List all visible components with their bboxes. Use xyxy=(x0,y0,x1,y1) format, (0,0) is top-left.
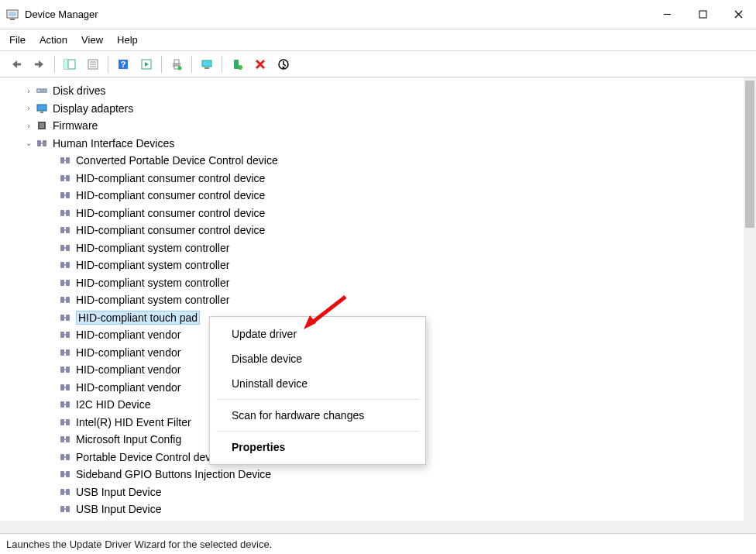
svg-rect-85 xyxy=(66,419,70,425)
print-button[interactable] xyxy=(167,55,187,74)
tree-device[interactable]: USB Input Device xyxy=(0,483,744,501)
svg-rect-81 xyxy=(60,401,64,408)
scan-hardware-button[interactable] xyxy=(197,55,217,74)
content-area: ›Disk drives›Display adapters›Firmware⌄H… xyxy=(0,77,756,534)
device-manager-icon xyxy=(6,9,19,21)
svg-rect-82 xyxy=(66,401,70,408)
tree-category[interactable]: ›Firmware xyxy=(0,117,744,135)
menu-action[interactable]: Action xyxy=(40,34,67,46)
tree-device[interactable]: HID-compliant system controller xyxy=(0,256,744,274)
device-icon xyxy=(59,486,71,498)
svg-rect-70 xyxy=(66,332,70,338)
svg-rect-90 xyxy=(60,454,64,460)
device-icon xyxy=(59,242,71,254)
device-label: HID-compliant system controller xyxy=(76,294,229,306)
status-bar: Launches the Update Driver Wizard for th… xyxy=(0,534,756,554)
action-button[interactable] xyxy=(136,55,156,74)
tree-category[interactable]: ›Disk drives xyxy=(0,82,744,100)
device-icon xyxy=(59,259,71,271)
tree-device[interactable]: HID-compliant consumer control device xyxy=(0,170,744,188)
toolbar: ? xyxy=(0,51,756,77)
svg-rect-48 xyxy=(60,210,64,216)
chevron-right-icon[interactable]: › xyxy=(23,85,34,96)
device-icon xyxy=(59,433,71,446)
menu-properties[interactable]: Properties xyxy=(210,435,425,459)
tree-device[interactable]: HID-compliant system controller xyxy=(0,291,744,309)
menu-help[interactable]: Help xyxy=(117,34,138,46)
close-button[interactable] xyxy=(720,1,756,29)
svg-rect-73 xyxy=(66,349,70,356)
category-label: Display adapters xyxy=(53,102,133,115)
device-icon xyxy=(59,189,71,201)
tree-category[interactable]: ›Display adapters xyxy=(0,100,744,118)
device-icon xyxy=(59,294,71,306)
device-label: Sideband GPIO Buttons Injection Device xyxy=(76,468,271,480)
device-icon xyxy=(59,207,71,219)
tree-device[interactable]: Converted Portable Device Control device xyxy=(0,152,744,170)
device-icon xyxy=(59,224,71,236)
svg-rect-2 xyxy=(10,19,15,20)
menu-separator xyxy=(216,431,419,432)
help-button[interactable]: ? xyxy=(113,55,133,74)
svg-rect-91 xyxy=(66,454,70,460)
menu-file[interactable]: File xyxy=(9,34,26,46)
titlebar: Device Manager xyxy=(0,0,756,29)
menu-view[interactable]: View xyxy=(81,34,103,46)
menu-scan-hardware[interactable]: Scan for hardware changes xyxy=(210,403,425,428)
tree-device[interactable]: HID-compliant consumer control device xyxy=(0,187,744,205)
svg-rect-64 xyxy=(66,297,70,303)
svg-rect-20 xyxy=(174,60,179,64)
svg-rect-67 xyxy=(66,315,70,321)
chevron-down-icon[interactable]: ⌄ xyxy=(23,138,34,149)
forward-button[interactable] xyxy=(29,55,50,74)
device-icon xyxy=(59,416,71,428)
tree-device[interactable]: HID-compliant system controller xyxy=(0,239,744,257)
uninstall-button[interactable] xyxy=(250,55,270,74)
tree-device[interactable]: USB Input Device xyxy=(0,501,744,518)
tree-category[interactable]: ⌄Human Interface Devices xyxy=(0,135,744,153)
tree-device[interactable]: HID-compliant consumer control device xyxy=(0,205,744,222)
tree-device[interactable]: HID-compliant consumer control device xyxy=(0,222,744,239)
vertical-scrollbar[interactable] xyxy=(744,77,756,533)
device-label: HID-compliant system controller xyxy=(76,259,229,271)
update-driver-button[interactable] xyxy=(227,55,247,74)
svg-rect-1 xyxy=(9,12,16,16)
back-button[interactable] xyxy=(6,55,26,74)
disable-button[interactable] xyxy=(273,55,294,74)
svg-point-31 xyxy=(38,90,40,91)
device-label: USB Input Device xyxy=(76,503,162,515)
horizontal-scrollbar[interactable] xyxy=(0,521,744,533)
chevron-right-icon[interactable]: › xyxy=(23,120,34,131)
device-icon xyxy=(59,172,71,184)
maximize-button[interactable] xyxy=(685,1,720,29)
device-label: USB Input Device xyxy=(76,486,162,498)
device-label: HID-compliant vendor xyxy=(76,363,180,376)
scrollbar-thumb[interactable] xyxy=(745,81,754,228)
toolbar-separator xyxy=(222,56,222,73)
menu-uninstall-device[interactable]: Uninstall device xyxy=(210,371,425,396)
category-label: Disk drives xyxy=(53,84,105,97)
menu-update-driver[interactable]: Update driver xyxy=(210,322,425,346)
tree-device[interactable]: Sideband GPIO Buttons Injection Device xyxy=(0,466,744,483)
device-icon xyxy=(59,451,71,463)
svg-point-26 xyxy=(238,65,242,70)
svg-rect-75 xyxy=(60,366,64,373)
svg-rect-76 xyxy=(66,366,70,373)
category-icon xyxy=(36,102,48,115)
menu-disable-device[interactable]: Disable device xyxy=(210,346,425,371)
category-label: Human Interface Devices xyxy=(53,137,174,150)
device-icon xyxy=(59,381,71,394)
toolbar-separator xyxy=(161,56,162,73)
svg-rect-43 xyxy=(66,175,70,181)
tree-device[interactable]: HID-compliant system controller xyxy=(0,274,744,292)
properties-button[interactable] xyxy=(83,55,103,74)
show-hide-tree-button[interactable] xyxy=(60,55,80,74)
svg-text:?: ? xyxy=(121,60,126,69)
category-label: Firmware xyxy=(53,119,98,132)
device-label: Converted Portable Device Control device xyxy=(76,154,278,167)
minimize-button[interactable] xyxy=(649,1,685,29)
chevron-right-icon[interactable]: › xyxy=(23,103,34,114)
category-icon xyxy=(36,84,48,97)
device-label: HID-compliant consumer control device xyxy=(76,207,265,219)
svg-rect-10 xyxy=(64,60,68,69)
